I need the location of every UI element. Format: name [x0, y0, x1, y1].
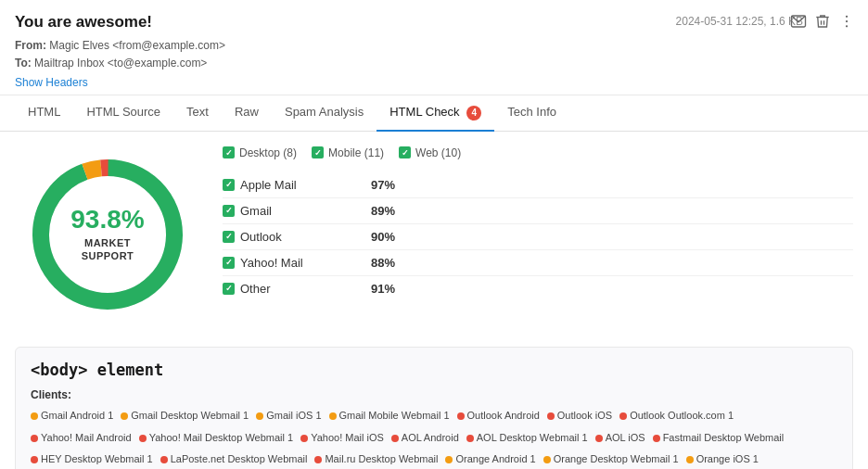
tab-html-check[interactable]: HTML Check 4 [377, 95, 494, 132]
tag-label: LaPoste.net Desktop Webmail [171, 450, 308, 469]
client-list: Apple Mail 97% Gmail 89% Outlook 90% Yah… [223, 172, 853, 301]
tag-dot [547, 412, 555, 420]
tag-dot [391, 435, 399, 442]
tag-dot [329, 412, 337, 420]
filter-mobile[interactable]: Mobile (11) [312, 146, 384, 159]
clients-label: Clients: [31, 388, 837, 401]
client-checkbox[interactable] [223, 205, 235, 217]
filter-web[interactable]: Web (10) [399, 146, 461, 159]
client-tag: Yahoo! Mail Android [31, 429, 132, 448]
client-tag: AOL Desktop Webmail 1 [466, 429, 588, 448]
tag-label: AOL Android [402, 429, 459, 448]
checkbox-desktop [223, 146, 235, 158]
tag-dot [445, 456, 453, 463]
tag-label: Orange Android 1 [455, 450, 535, 469]
checkbox-web [399, 146, 411, 158]
tag-label: AOL iOS [606, 429, 645, 448]
client-row: Other 91% [223, 276, 853, 301]
tag-dot [466, 435, 474, 442]
client-tag: Gmail Desktop Webmail 1 [121, 407, 249, 425]
client-percent: 91% [371, 282, 395, 296]
tab-spam-analysis[interactable]: Spam Analysis [272, 95, 377, 132]
client-checkbox[interactable] [223, 179, 235, 191]
clients-tags: Gmail Android 1Gmail Desktop Webmail 1Gm… [31, 407, 837, 469]
client-tag: Yahoo! Mail Desktop Webmail 1 [139, 429, 294, 448]
tag-label: Outlook Outlook.com 1 [630, 407, 734, 425]
clients-section: Desktop (8) Mobile (11) Web (10) Apple M… [223, 146, 853, 323]
tag-label: Orange Desktop Webmail 1 [554, 450, 679, 469]
client-name-label: Apple Mail [240, 178, 297, 192]
client-name-label: Other [240, 282, 271, 296]
tabs-bar: HTML HTML Source Text Raw Spam Analysis … [0, 95, 868, 132]
tag-dot [121, 412, 128, 420]
client-name: Outlook [223, 230, 371, 244]
chart-section: 93.8% MARKET SUPPORT [15, 146, 200, 323]
client-name-label: Outlook [240, 230, 282, 244]
email-date: 2024-05-31 12:25, 1.6 KB [676, 15, 803, 28]
client-checkbox[interactable] [223, 257, 235, 269]
tab-tech-info[interactable]: Tech Info [494, 95, 569, 132]
svg-point-3 [846, 25, 848, 27]
donut-chart: 93.8% MARKET SUPPORT [19, 146, 196, 323]
svg-point-2 [846, 20, 848, 22]
client-tag: Gmail iOS 1 [256, 407, 321, 425]
tab-html[interactable]: HTML [15, 95, 73, 132]
email-icon[interactable] [790, 13, 807, 30]
filter-row: Desktop (8) Mobile (11) Web (10) [223, 146, 853, 159]
main-content: 93.8% MARKET SUPPORT Desktop (8) Mobile [0, 132, 868, 337]
filter-desktop-label: Desktop (8) [239, 146, 297, 159]
client-tag: Outlook Android [457, 407, 540, 425]
filter-desktop[interactable]: Desktop (8) [223, 146, 297, 159]
client-row: Apple Mail 97% [223, 172, 853, 198]
client-checkbox[interactable] [223, 231, 235, 243]
body-element-section: <body> element Clients: Gmail Android 1G… [15, 347, 853, 469]
tag-dot [31, 412, 38, 420]
client-tag: LaPoste.net Desktop Webmail [160, 450, 308, 469]
tag-dot [653, 435, 660, 442]
to-label: To: [15, 57, 32, 70]
more-icon[interactable] [838, 13, 855, 30]
tag-dot [256, 412, 263, 420]
client-tag: AOL iOS [595, 429, 645, 448]
client-tag: HEY Desktop Webmail 1 [31, 450, 153, 469]
client-checkbox[interactable] [223, 283, 235, 295]
client-tag: Mail.ru Desktop Webmail [314, 450, 438, 469]
trash-icon[interactable] [814, 13, 831, 30]
show-headers-link[interactable]: Show Headers [15, 76, 853, 89]
client-percent: 90% [371, 230, 395, 244]
client-percent: 97% [371, 178, 395, 192]
email-header: You are awesome! From: Magic Elves <from… [0, 0, 868, 95]
tag-label: Orange iOS 1 [696, 450, 759, 469]
tag-dot [595, 435, 603, 442]
client-name-label: Gmail [240, 204, 272, 218]
tag-label: HEY Desktop Webmail 1 [41, 450, 153, 469]
tab-html-source[interactable]: HTML Source [73, 95, 173, 132]
client-row: Gmail 89% [223, 198, 853, 224]
tag-label: Gmail Desktop Webmail 1 [131, 407, 249, 425]
client-tag: Outlook iOS [547, 407, 612, 425]
tag-label: Gmail Mobile Webmail 1 [339, 407, 450, 425]
tab-text[interactable]: Text [173, 95, 222, 132]
tag-dot [619, 412, 627, 420]
email-meta: From: Magic Elves <from@example.com> To:… [15, 37, 853, 72]
donut-label: MARKET SUPPORT [70, 236, 144, 263]
client-name: Other [223, 282, 371, 296]
tag-label: Gmail iOS 1 [266, 407, 321, 425]
from-value: Magic Elves <from@example.com> [49, 39, 225, 52]
tab-raw[interactable]: Raw [222, 95, 272, 132]
client-tag: Orange Android 1 [445, 450, 535, 469]
tag-dot [314, 456, 322, 463]
tag-dot [31, 435, 38, 442]
client-percent: 89% [371, 204, 395, 218]
client-percent: 88% [371, 256, 395, 270]
tag-label: AOL Desktop Webmail 1 [477, 429, 588, 448]
tag-label: Yahoo! Mail Android [41, 429, 132, 448]
tag-dot [686, 456, 694, 463]
client-tag: Fastmail Desktop Webmail [653, 429, 785, 448]
client-tag: Orange Desktop Webmail 1 [543, 450, 679, 469]
tag-dot [31, 456, 38, 463]
client-tag: Gmail Android 1 [31, 407, 113, 425]
body-element-title: <body> element [31, 361, 837, 379]
tag-dot [160, 456, 168, 463]
filter-mobile-label: Mobile (11) [328, 146, 384, 159]
